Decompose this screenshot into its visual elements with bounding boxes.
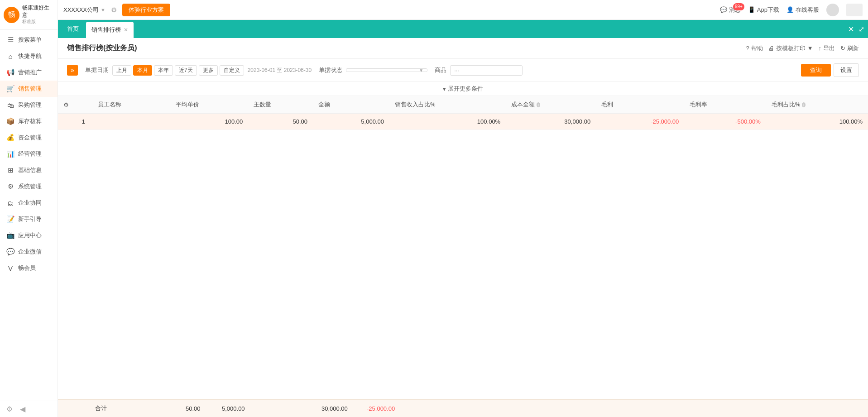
topbar: XXXXXX公司 ▼ ⚙ 体验行业方案 💬 消息 99+ 📱 App下载 👤 在…	[58, 0, 868, 20]
user-name-area[interactable]	[846, 4, 863, 16]
date-btn-custom[interactable]: 自定义	[220, 65, 244, 76]
system-icon: ⚙	[6, 182, 14, 191]
sidebar-item-inventory[interactable]: 📦 库存核算	[0, 113, 58, 129]
col-qty: 主数量	[248, 96, 313, 114]
sidebar-item-system[interactable]: ⚙ 系统管理	[0, 178, 58, 195]
sidebar-item-purchase[interactable]: 🛍 采购管理	[0, 97, 58, 113]
goods-filter-label: 商品	[435, 66, 446, 74]
sidebar-item-quick-nav[interactable]: ⌂ 快捷导航	[0, 48, 58, 64]
filter-expand-arrow[interactable]: »	[67, 65, 78, 76]
date-btn-this-year[interactable]: 本年	[154, 65, 173, 76]
guide-icon: 📝	[6, 215, 14, 223]
expand-label: 展开更多条件	[448, 85, 483, 93]
app-center-label: 应用中心	[18, 231, 42, 240]
row-rank: 1	[74, 114, 92, 130]
sidebar-nav: ☰ 搜索菜单 ⌂ 快捷导航 📢 营销推广 🛒 销售管理 🛍 采购管理 📦 库存核…	[0, 30, 58, 401]
refresh-icon: ↻	[840, 45, 845, 52]
status-filter-group: 单据状态 ▼	[319, 66, 427, 74]
table-header-row: ⚙ 员工名称 平均单价 主数量 全额 销售收入占比% 成本全额 i 毛利 毛利率…	[58, 96, 868, 114]
trial-btn[interactable]: 体验行业方案	[122, 4, 170, 16]
sidebar-item-guide[interactable]: 📝 新手引导	[0, 211, 58, 227]
date-filter-buttons: 上月 本月 本年 近7天 更多 自定义	[112, 65, 244, 76]
message-badge: 99+	[733, 3, 744, 10]
tab-close-icon[interactable]: ✕	[124, 27, 128, 33]
online-service-btn[interactable]: 👤 在线客服	[786, 6, 819, 14]
basic-info-icon: ⊞	[6, 166, 14, 174]
row-employee	[92, 114, 170, 130]
collapse-sidebar-icon[interactable]: ◀	[20, 405, 25, 413]
sidebar-item-sales[interactable]: 🛒 销售管理	[0, 81, 58, 97]
settings-btn[interactable]: 设置	[834, 63, 859, 77]
goods-input[interactable]: ···	[450, 65, 523, 76]
footer-gross: -25,000.00	[367, 405, 412, 412]
sidebar-item-enterprise[interactable]: 🗂 企业协同	[0, 195, 58, 211]
filter-bar: » 单据日期 上月 本月 本年 近7天 更多 自定义 2023-06-01 至 …	[58, 59, 868, 82]
avatar[interactable]	[826, 4, 839, 16]
status-select-arrow-icon: ▼	[419, 68, 423, 73]
topbar-gear-icon[interactable]: ⚙	[111, 6, 117, 14]
message-icon: 💬	[720, 6, 727, 13]
date-btn-7days[interactable]: 近7天	[175, 65, 197, 76]
help-btn[interactable]: ? 帮助	[746, 44, 762, 53]
company-selector[interactable]: XXXXXX公司 ▼	[63, 6, 106, 14]
filter-expand-bar[interactable]: ▾ 展开更多条件	[58, 82, 868, 96]
sidebar-item-app-center[interactable]: 📺 应用中心	[0, 227, 58, 244]
row-setting	[58, 114, 74, 130]
tab-window-close-icon[interactable]: ✕	[848, 25, 854, 34]
sidebar-item-member[interactable]: V 畅会员	[0, 260, 58, 276]
sidebar-item-wechat[interactable]: 💬 企业微信	[0, 244, 58, 260]
sidebar-logo: 畅 畅康通好生意 标准版	[0, 0, 58, 30]
settings-icon[interactable]: ⚙	[6, 405, 13, 413]
message-btn[interactable]: 💬 消息 99+	[720, 6, 741, 14]
sidebar-item-search-order[interactable]: ☰ 搜索菜单	[0, 32, 58, 48]
app-center-icon: 📺	[6, 231, 14, 240]
quick-nav-label: 快捷导航	[18, 52, 42, 60]
expand-chevron-icon: ▾	[443, 86, 446, 92]
sidebar-item-marketing[interactable]: 📢 营销推广	[0, 64, 58, 81]
app-version: 标准版	[22, 19, 54, 25]
col-settings[interactable]: ⚙	[58, 96, 74, 114]
footer-cost: 30,000.00	[321, 405, 367, 412]
table-wrap: ⚙ 员工名称 平均单价 主数量 全额 销售收入占比% 成本全额 i 毛利 毛利率…	[58, 96, 868, 399]
data-table: ⚙ 员工名称 平均单价 主数量 全额 销售收入占比% 成本全额 i 毛利 毛利率…	[58, 96, 868, 130]
marketing-label: 营销推广	[18, 68, 42, 77]
footer-qty: 50.00	[186, 405, 222, 412]
date-btn-last-month[interactable]: 上月	[112, 65, 131, 76]
app-logo-icon: 畅	[4, 7, 19, 23]
col-gross-pct: 毛利占比% i	[766, 96, 868, 114]
export-btn[interactable]: ↑ 导出	[819, 44, 835, 53]
marketing-icon: 📢	[6, 68, 14, 77]
sidebar-item-finance[interactable]: 💰 资金管理	[0, 129, 58, 146]
app-download-btn[interactable]: 📱 App下载	[748, 6, 779, 14]
online-service-label: 在线客服	[796, 6, 819, 14]
status-select[interactable]: ▼	[346, 68, 427, 72]
date-btn-this-month[interactable]: 本月	[133, 65, 152, 76]
refresh-btn[interactable]: ↻ 刷新	[840, 44, 859, 53]
query-btn[interactable]: 查询	[801, 64, 831, 77]
tabbar: 首页 销售排行榜 ✕ ✕ ⤢	[58, 20, 868, 38]
page-header: 销售排行榜(按业务员) ? 帮助 🖨 按模板打印 ▼ ↑ 导出 ↻ 刷新	[58, 38, 868, 59]
tab-home[interactable]: 首页	[60, 20, 86, 38]
status-filter-label: 单据状态	[319, 66, 342, 74]
system-label: 系统管理	[18, 182, 42, 191]
col-employee: 员工名称	[92, 96, 170, 114]
tab-sales-ranking[interactable]: 销售排行榜 ✕	[86, 22, 134, 38]
date-btn-more[interactable]: 更多	[199, 65, 218, 76]
wechat-icon: 💬	[6, 248, 14, 256]
sidebar-item-basic-info[interactable]: ⊞ 基础信息	[0, 162, 58, 178]
inventory-label: 库存核算	[18, 117, 42, 125]
row-amount: 5,000.00	[313, 114, 389, 130]
operation-label: 经营管理	[18, 150, 42, 158]
print-btn[interactable]: 🖨 按模板打印 ▼	[768, 44, 813, 53]
col-avg-price: 平均单价	[170, 96, 248, 114]
sidebar-item-operation[interactable]: 📊 经营管理	[0, 146, 58, 162]
finance-label: 资金管理	[18, 134, 42, 142]
enterprise-label: 企业协同	[18, 199, 42, 207]
member-label: 畅会员	[18, 264, 36, 272]
search-order-label: 搜索菜单	[18, 36, 42, 44]
online-service-icon: 👤	[786, 6, 794, 13]
basic-info-label: 基础信息	[18, 166, 42, 174]
sidebar-footer: ⚙ ◀	[0, 401, 58, 417]
main-area: XXXXXX公司 ▼ ⚙ 体验行业方案 💬 消息 99+ 📱 App下载 👤 在…	[58, 0, 868, 417]
tab-window-expand-icon[interactable]: ⤢	[858, 25, 864, 34]
